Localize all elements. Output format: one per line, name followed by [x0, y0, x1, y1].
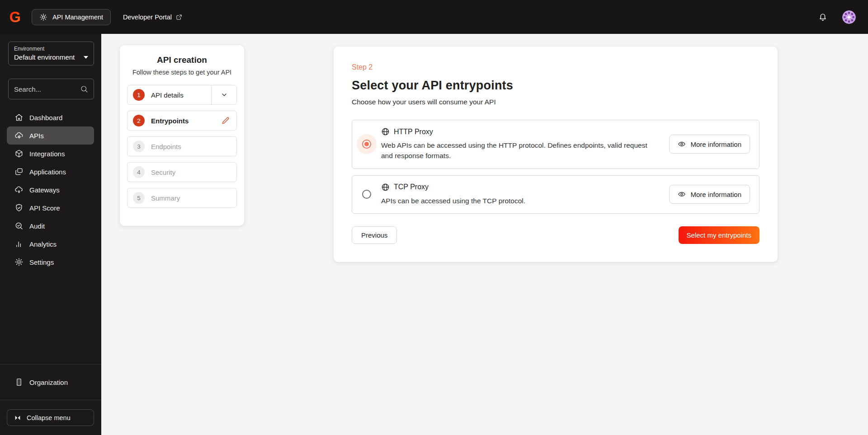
avatar-identicon — [842, 10, 856, 24]
api-creation-stepper: API creation Follow these steps to get y… — [120, 45, 244, 226]
bar-chart-icon — [14, 239, 24, 248]
svg-text:G: G — [9, 9, 20, 25]
step-number-badge: 2 — [133, 115, 145, 126]
sidebar-item-label: Audit — [29, 222, 45, 230]
home-icon — [14, 113, 24, 122]
sidebar-item-settings[interactable]: Settings — [7, 253, 94, 271]
sidebar-footer: Organization Collapse menu — [0, 364, 101, 435]
more-information-label: More information — [690, 191, 741, 198]
gear-icon — [39, 13, 47, 21]
eye-icon — [678, 140, 686, 148]
step-api-details[interactable]: 1 API details — [127, 85, 237, 105]
step-label: Summary — [151, 194, 180, 202]
shield-check-icon — [14, 203, 24, 212]
stepper-title: API creation — [127, 55, 237, 65]
step-number-badge: 3 — [133, 140, 145, 152]
chevron-down-icon — [221, 91, 228, 98]
stepper-subtitle: Follow these steps to get your API — [127, 69, 237, 76]
step-number-badge: 1 — [133, 89, 145, 101]
edit-pencil-icon[interactable] — [221, 116, 230, 125]
select-entrypoints-button[interactable]: Select my entrypoints — [679, 226, 760, 244]
step-number-badge: 5 — [133, 192, 145, 204]
more-information-button[interactable]: More information — [669, 185, 750, 204]
portal-link-label: Developer Portal — [123, 14, 172, 21]
globe-icon — [381, 127, 390, 136]
collapse-menu-label: Collapse menu — [27, 414, 71, 421]
app-switcher-label: API Management — [52, 14, 103, 21]
environment-value: Default environment — [14, 53, 75, 61]
step-label: Endpoints — [151, 143, 181, 150]
notifications-button[interactable] — [818, 12, 828, 22]
sidebar-nav: Dashboard APIs Integra — [0, 108, 101, 271]
step-number-badge: 4 — [133, 166, 145, 178]
sidebar-item-applications[interactable]: Applications — [7, 163, 94, 181]
cloud-node-icon — [14, 185, 24, 194]
sidebar-item-label: Analytics — [29, 240, 57, 248]
gear-icon — [14, 257, 24, 267]
cloud-gear-icon — [14, 131, 24, 140]
sidebar-item-label: Dashboard — [29, 114, 62, 122]
top-bar: G API Management Developer Portal — [0, 0, 868, 34]
windows-icon — [14, 167, 24, 176]
page-title: Select your API entrypoints — [352, 79, 760, 93]
sidebar-item-label: API Score — [29, 204, 60, 212]
collapse-menu-button[interactable]: Collapse menu — [7, 409, 94, 426]
eye-icon — [678, 190, 686, 198]
option-description: APIs can be accessed using the TCP proto… — [381, 196, 658, 206]
step-endpoints[interactable]: 3 Endpoints — [127, 136, 237, 156]
sidebar-item-gateways[interactable]: Gateways — [7, 181, 94, 199]
cube-icon — [14, 149, 24, 158]
radio-http-proxy[interactable] — [352, 134, 381, 154]
entrypoints-step-card: Step 2 Select your API entrypoints Choos… — [334, 47, 778, 262]
step-indicator: Step 2 — [352, 63, 760, 71]
environment-label: Environment — [14, 46, 88, 52]
step-entrypoints[interactable]: 2 Entrypoints — [127, 111, 237, 131]
option-http-proxy[interactable]: HTTP Proxy Web APIs can be accessed usin… — [352, 120, 760, 169]
sidebar-item-analytics[interactable]: Analytics — [7, 235, 94, 253]
sidebar-item-label: Integrations — [29, 150, 65, 158]
sidebar-item-label: Applications — [29, 168, 66, 176]
search-input[interactable] — [14, 85, 73, 93]
step-label: Security — [151, 168, 175, 176]
sidebar-item-dashboard[interactable]: Dashboard — [7, 108, 94, 126]
sidebar: Environment Default environment — [0, 34, 101, 435]
step-label: Entrypoints — [151, 117, 189, 125]
sidebar-item-label: Gateways — [29, 186, 60, 194]
option-description: Web APIs can be accessed using the HTTP … — [381, 140, 658, 161]
step-security[interactable]: 4 Security — [127, 162, 237, 182]
more-information-button[interactable]: More information — [669, 135, 750, 154]
sidebar-search — [8, 79, 94, 99]
sidebar-item-api-score[interactable]: API Score — [7, 199, 94, 217]
external-link-icon — [176, 14, 182, 20]
developer-portal-link[interactable]: Developer Portal — [123, 14, 182, 21]
globe-icon — [381, 183, 390, 192]
option-tcp-proxy[interactable]: TCP Proxy APIs can be accessed using the… — [352, 175, 760, 214]
wizard-footer: Previous Select my entrypoints — [352, 226, 760, 244]
previous-button[interactable]: Previous — [352, 226, 397, 244]
sidebar-item-audit[interactable]: Audit — [7, 217, 94, 235]
expand-step-button[interactable] — [211, 85, 236, 104]
option-title: TCP Proxy — [394, 183, 429, 191]
steps-list: 1 API details 2 Entrypoints 3 — [127, 85, 237, 208]
gravitee-logo-icon: G — [6, 9, 24, 26]
step-summary[interactable]: 5 Summary — [127, 188, 237, 208]
option-title: HTTP Proxy — [394, 128, 433, 136]
collapse-icon — [14, 415, 21, 421]
search-check-icon — [14, 221, 24, 230]
gravitee-logo[interactable]: G — [6, 8, 24, 26]
radio-tcp-proxy[interactable] — [352, 184, 381, 204]
environment-select[interactable]: Environment Default environment — [8, 42, 94, 65]
option-content: TCP Proxy APIs can be accessed using the… — [381, 183, 669, 206]
divider — [0, 400, 101, 400]
search-icon — [80, 85, 88, 93]
sidebar-item-apis[interactable]: APIs — [7, 126, 94, 145]
bell-icon — [818, 12, 828, 22]
sidebar-item-organization[interactable]: Organization — [0, 365, 101, 400]
user-avatar[interactable] — [842, 10, 856, 24]
app-switcher-button[interactable]: API Management — [32, 9, 111, 25]
sidebar-item-label: APIs — [29, 132, 44, 140]
page-subtitle: Choose how your users will consume your … — [352, 98, 760, 106]
sidebar-item-integrations[interactable]: Integrations — [7, 145, 94, 163]
step-label: API details — [151, 91, 184, 99]
sidebar-item-label: Settings — [29, 258, 54, 266]
